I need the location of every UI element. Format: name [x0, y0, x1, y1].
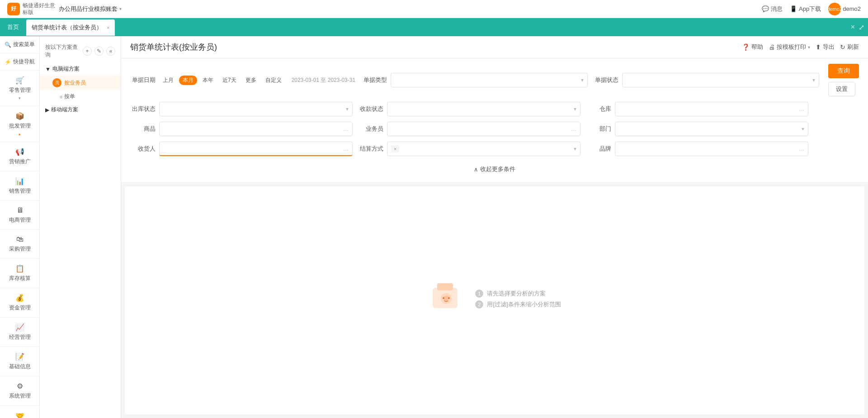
app-selector[interactable]: 办公用品行业模拟账套 ▾ [59, 5, 122, 13]
department-dropdown-icon: ▾ [802, 126, 804, 132]
sidebar-item-marketing[interactable]: 📢 营销推广 [0, 142, 39, 171]
doc-status-label: 单据状态 [593, 76, 618, 84]
filter-doc-status: 单据状态 ▾ [593, 73, 819, 87]
doc-status-input[interactable]: ▾ [622, 73, 819, 87]
receiver-input[interactable]: … [159, 142, 353, 156]
mobile-scheme-header[interactable]: ▶ 移动端方案 [40, 103, 121, 116]
filter-receiver: 收货人 … [130, 142, 353, 156]
tab-sales-stats[interactable]: 销货单统计表（按业务员） × [26, 19, 115, 36]
divider [121, 182, 868, 183]
desktop-scheme-group: ▼ 电脑端方案 员 按业务员 ≡ 按单 [40, 62, 121, 103]
brand-input[interactable]: … [615, 142, 808, 156]
settlement-label: 结算方式 [358, 145, 383, 153]
date-tab-thismonth[interactable]: 本月 [179, 76, 197, 85]
filter-doc-type: 单据类型 ▾ [362, 73, 588, 87]
date-tab-lastmonth[interactable]: 上月 [159, 76, 177, 85]
filter-receipt-status: 收款状态 ▾ [358, 102, 580, 116]
logo-icon: 好 [7, 3, 20, 15]
svg-point-4 [448, 297, 450, 299]
sidebar-item-purchase[interactable]: 🛍 采购管理 [0, 230, 39, 259]
collapse-row: ∧ 收起更多条件 [130, 162, 859, 177]
date-tab-7days[interactable]: 近7天 [219, 76, 240, 85]
tab-close-window-icon[interactable]: × [851, 23, 855, 31]
filter-salesperson: 业务员 … [358, 122, 580, 136]
quick-nav-item[interactable]: ⚡ 快捷导航 [0, 53, 39, 71]
filter-out-status: 出库状态 ▾ [130, 102, 353, 116]
collapse-icon: ∧ [474, 166, 478, 173]
out-status-input[interactable]: ▾ [159, 102, 353, 116]
doc-type-label: 单据类型 [362, 76, 387, 84]
page-title-row: 销货单统计表(按业务员) ❓ 帮助 🖨 按模板打印 ▾ [130, 42, 859, 52]
doc-type-input[interactable]: ▾ [391, 73, 588, 87]
sidebar-item-wholesale[interactable]: 📦 批发管理 ▴ [0, 106, 39, 142]
panel-actions: + ✎ « [83, 47, 115, 56]
product-more-icon: … [343, 126, 349, 132]
date-tab-custom[interactable]: 自定义 [262, 76, 285, 85]
date-tab-more[interactable]: 更多 [242, 76, 260, 85]
export-button[interactable]: ⬆ 导出 [816, 43, 835, 51]
tab-close-icon[interactable]: × [107, 25, 109, 30]
sidebar-item-sales[interactable]: 📊 销售管理 [0, 171, 39, 201]
search-menu-item[interactable]: 🔍 搜索菜单 [0, 36, 39, 53]
page-header: 销货单统计表(按业务员) ❓ 帮助 🖨 按模板打印 ▾ [121, 36, 868, 58]
template-print-button[interactable]: 🖨 按模板打印 ▾ [769, 43, 810, 51]
scheme-item-order[interactable]: ≡ 按单 [40, 90, 121, 103]
department-input[interactable]: ▾ [615, 122, 808, 136]
collapse-button[interactable]: ∧ 收起更多条件 [474, 165, 515, 173]
edit-scheme-button[interactable]: ✎ [94, 47, 104, 56]
empty-hints: 1 请先选择要分析的方案 2 用[过滤]条件来缩小分析范围 [475, 290, 561, 311]
collapse-panel-button[interactable]: « [106, 47, 115, 56]
warehouse-input[interactable]: … [615, 102, 808, 116]
salesperson-input[interactable]: … [387, 122, 580, 136]
settlement-tag: × [391, 145, 399, 152]
group-arrow-icon: ▼ [45, 66, 51, 72]
sidebar-item-system[interactable]: ⚙ 系统管理 [0, 376, 39, 406]
receipt-status-input[interactable]: ▾ [387, 102, 580, 116]
filter-department: 部门 ▾ [586, 122, 808, 136]
app-download-button[interactable]: 📱 App下载 [790, 5, 821, 13]
filter-row-1: 单据日期 上月 本月 本年 近7天 更多 自定义 20 [130, 64, 859, 96]
date-tabs: 上月 本月 本年 近7天 更多 自定义 [159, 76, 285, 85]
scheme-item-salesperson[interactable]: 员 按业务员 [40, 76, 121, 90]
tag-close-icon[interactable]: × [394, 146, 396, 152]
help-button[interactable]: ❓ 帮助 [742, 43, 763, 51]
empty-illustration [428, 279, 464, 315]
date-range-text: 2023-03-01 至 2023-03-31 [292, 76, 355, 84]
filter-settlement: 结算方式 × ▾ [358, 142, 580, 156]
print-icon: 🖨 [769, 43, 775, 51]
settlement-input[interactable]: × ▾ [387, 142, 580, 156]
tab-expand-area: × ⤢ [851, 23, 864, 32]
date-tab-thisyear[interactable]: 本年 [199, 76, 217, 85]
add-scheme-button[interactable]: + [83, 47, 92, 56]
logo-area: 好 畅捷通好生意 标版 [7, 2, 55, 15]
logo-text: 畅捷通好生意 标版 [23, 2, 55, 15]
sidebar-item-enterprise[interactable]: 🤝 企业协同 [0, 406, 39, 418]
user-menu[interactable]: demo2 demo2 [828, 3, 861, 15]
filter-product: 商品 … [130, 122, 353, 136]
setting-button[interactable]: 设置 [828, 82, 855, 96]
edit-icon: ✎ [97, 48, 101, 54]
refresh-button[interactable]: ↻ 刷新 [840, 43, 859, 51]
system-icon: ⚙ [17, 382, 23, 390]
desktop-scheme-header[interactable]: ▼ 电脑端方案 [40, 62, 121, 76]
inventory-icon: 📋 [15, 264, 24, 273]
sidebar-item-finance[interactable]: 💰 资金管理 [0, 288, 39, 318]
query-button[interactable]: 查询 [828, 64, 859, 78]
sidebar-item-ecommerce[interactable]: 🖥 电商管理 [0, 201, 39, 230]
hint-2: 2 用[过滤]条件来缩小分析范围 [475, 300, 561, 309]
sidebar-item-operations[interactable]: 📈 经营管理 [0, 318, 39, 347]
filter-row-4: 收货人 … 结算方式 × ▾ [130, 142, 859, 156]
filter-area: 单据日期 上月 本月 本年 近7天 更多 自定义 20 [121, 58, 868, 182]
message-button[interactable]: 💬 消息 [762, 5, 783, 13]
tab-expand-icon[interactable]: ⤢ [859, 23, 864, 32]
sidebar-item-inventory[interactable]: 📋 库存核算 [0, 259, 39, 288]
left-panel: 按以下方案查询 + ✎ « ▼ 电脑端方案 员 按业务员 [40, 36, 121, 418]
chevron-down-icon: ▾ [19, 96, 21, 100]
sidebar-item-retail[interactable]: 🛒 零售管理 ▾ [0, 71, 39, 106]
product-input[interactable]: … [159, 122, 353, 136]
enterprise-icon: 🤝 [15, 411, 24, 418]
sidebar-item-basic[interactable]: 📝 基础信息 [0, 347, 39, 376]
page-title: 销货单统计表(按业务员) [130, 42, 217, 52]
department-label: 部门 [586, 125, 611, 133]
tab-home[interactable]: 首页 [0, 18, 26, 36]
